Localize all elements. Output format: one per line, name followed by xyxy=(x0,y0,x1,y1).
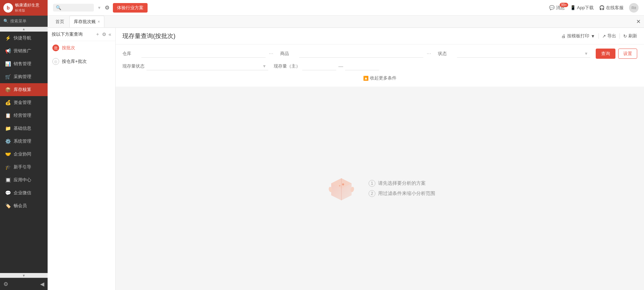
add-scheme-btn[interactable]: ＋ xyxy=(95,31,100,37)
topbar-search-box[interactable]: 🔍 xyxy=(53,4,94,12)
settings-btn[interactable]: 设置 xyxy=(618,49,637,59)
topbar-search-input[interactable] xyxy=(63,5,90,10)
scheme-warehouse-batch-icon: ◎ xyxy=(52,58,59,65)
nav-label: 基础信息 xyxy=(14,125,31,131)
topbar-dropdown-icon[interactable]: ▼ xyxy=(97,5,101,10)
collapse-btn[interactable]: 🔼 收起更多条件 xyxy=(122,74,637,83)
sidebar-item-membership[interactable]: 🏷️ 畅会员 xyxy=(0,199,48,212)
app-center-icon: 🔲 xyxy=(5,177,11,183)
right-panel: 现存量查询(按批次) 🖨 按模板打印 ▼ ↗ 导出 xyxy=(116,28,644,290)
inventory-status-dropdown[interactable]: ▼ xyxy=(147,62,268,70)
user-avatar: Rit xyxy=(629,3,639,13)
sidebar-item-wechat[interactable]: 💬 企业微信 xyxy=(0,186,48,199)
scheme-warehouse-batch-label: 按仓库+批次 xyxy=(62,58,87,65)
export-btn[interactable]: ↗ 导出 xyxy=(602,33,616,39)
empty-text: 1 请先选择要分析的方案 2 用过滤条件来缩小分析范围 xyxy=(369,180,435,197)
inventory-qty-min-input[interactable] xyxy=(302,62,336,70)
scheme-settings-btn[interactable]: ⚙ xyxy=(102,32,106,37)
svg-point-4 xyxy=(342,183,344,185)
product-label: 商品 xyxy=(280,51,297,57)
inventory-status-label: 现存量状态 xyxy=(122,63,145,69)
sidebar-item-system[interactable]: ⚙️ 系统管理 xyxy=(0,135,48,148)
sidebar-item-purchase[interactable]: 🛒 采购管理 xyxy=(0,70,48,83)
nav-label: 系统管理 xyxy=(14,138,31,144)
scheme-item-warehouse-batch[interactable]: ◎ 按仓库+批次 xyxy=(48,55,115,68)
inventory-qty-dash: — xyxy=(338,64,343,69)
inv-status-chevron-icon: ▼ xyxy=(262,64,266,69)
page-actions: 🖨 按模板打印 ▼ ↗ 导出 ↻ 刷新 xyxy=(561,33,637,39)
nav-label: 企业协同 xyxy=(14,151,31,157)
filter-row-1: 仓库 ··· 商品 ··· 状态 xyxy=(122,49,637,59)
refresh-label: 刷新 xyxy=(628,33,637,39)
collapse-label: 收起更多条件 xyxy=(370,75,396,81)
sidebar-item-operations[interactable]: 📋 经营管理 xyxy=(0,109,48,122)
topbar-gear-btn[interactable]: ⚙ xyxy=(105,4,109,11)
user-menu-btn[interactable]: Rit xyxy=(629,3,639,13)
sidebar-item-marketing[interactable]: 📢 营销推广 xyxy=(0,44,48,57)
sidebar-item-basic[interactable]: 📁 基础信息 xyxy=(0,122,48,135)
left-panel-title: 按以下方案查询 xyxy=(52,31,83,37)
tab-home[interactable]: 首页 xyxy=(51,16,69,28)
scroll-up-btn[interactable]: ▲ xyxy=(0,27,48,32)
scheme-item-batch[interactable]: 批 按批次 xyxy=(48,41,115,55)
filter-row-2: 现存量状态 ▼ 现存量（主） — xyxy=(122,62,637,70)
empty-state: 1 请先选择要分析的方案 2 用过滤条件来缩小分析范围 xyxy=(116,87,644,290)
nav-label: 销售管理 xyxy=(14,61,31,67)
scroll-down-btn[interactable]: ▼ xyxy=(0,273,48,278)
divider2 xyxy=(620,33,620,39)
warehouse-more-icon[interactable]: ··· xyxy=(268,51,275,57)
refresh-btn[interactable]: ↻ 刷新 xyxy=(623,33,637,39)
tab-panel-close-btn[interactable]: ✕ xyxy=(636,18,641,25)
sidebar-item-sales[interactable]: 📊 销售管理 xyxy=(0,57,48,70)
warehouse-filter: 仓库 ··· xyxy=(122,50,275,58)
sidebar-search-label: 搜索菜单 xyxy=(10,18,27,24)
status-select[interactable] xyxy=(459,51,583,56)
trial-btn[interactable]: 体验行业方案 xyxy=(113,3,148,13)
enterprise-icon: 🤝 xyxy=(5,151,11,157)
message-icon: 💬 xyxy=(549,5,555,10)
collapse-left-btn[interactable]: « xyxy=(108,32,111,37)
empty-step-2: 2 用过滤条件来缩小分析范围 xyxy=(369,190,435,197)
sidebar-item-new-guide[interactable]: 🎓 新手引导 xyxy=(0,161,48,174)
product-more-icon[interactable]: ··· xyxy=(425,51,433,57)
finance-icon: 💰 xyxy=(5,99,11,106)
online-service-icon: 🎧 xyxy=(599,5,605,10)
quick-nav-icon: ⚡ xyxy=(5,35,11,41)
topbar: 🔍 ▼ ⚙ 体验行业方案 💬 消息 99+ 📱 App下载 🎧 在线客服 xyxy=(48,0,644,16)
page-header: 现存量查询(按批次) 🖨 按模板打印 ▼ ↗ 导出 xyxy=(116,28,644,44)
inventory-qty-label: 现存量（主） xyxy=(274,63,300,69)
settings-footer-btn[interactable]: ⚙ xyxy=(3,281,8,287)
empty-illustration xyxy=(324,171,358,205)
inventory-qty-max-input[interactable] xyxy=(345,62,379,70)
sidebar-item-finance[interactable]: 💰 资金管理 xyxy=(0,96,48,109)
online-service-btn[interactable]: 🎧 在线客服 xyxy=(599,5,624,11)
tab-close-icon[interactable]: × xyxy=(98,20,100,24)
sidebar-item-inventory[interactable]: 📦 库存核算 xyxy=(0,83,48,96)
online-service-label: 在线客服 xyxy=(606,5,624,11)
svg-point-5 xyxy=(339,185,340,186)
topbar-left: 🔍 ▼ ⚙ 体验行业方案 xyxy=(53,3,148,13)
left-panel-header: 按以下方案查询 ＋ ⚙ « xyxy=(48,28,115,41)
inventory-icon: 📦 xyxy=(5,87,11,93)
status-dropdown[interactable]: ▼ xyxy=(457,50,590,58)
product-input[interactable] xyxy=(299,50,423,58)
status-chevron-icon: ▼ xyxy=(584,51,588,56)
warehouse-input[interactable] xyxy=(141,50,266,58)
print-btn[interactable]: 🖨 按模板打印 ▼ xyxy=(561,33,595,39)
sidebar-search[interactable]: 🔍 搜索菜单 xyxy=(0,16,48,27)
step-2-text: 用过滤条件来缩小分析范围 xyxy=(378,191,435,197)
sidebar-item-enterprise[interactable]: 🤝 企业协同 xyxy=(0,148,48,161)
step-num-2: 2 xyxy=(369,190,375,197)
app-download-btn[interactable]: 📱 App下载 xyxy=(570,5,594,11)
sidebar-item-app-center[interactable]: 🔲 应用中心 xyxy=(0,174,48,186)
wechat-icon: 💬 xyxy=(5,190,11,196)
collapse-sidebar-btn[interactable]: ◀ xyxy=(40,281,44,287)
app-download-icon: 📱 xyxy=(570,5,576,10)
tab-inventory-batch[interactable]: 库存批次账 × xyxy=(69,16,104,28)
sidebar-logo: b xyxy=(3,3,13,13)
print-dropdown-icon[interactable]: ▼ xyxy=(591,34,595,39)
query-btn[interactable]: 查询 xyxy=(596,49,615,59)
message-btn[interactable]: 💬 消息 99+ xyxy=(549,5,565,11)
inventory-status-select[interactable] xyxy=(149,64,261,69)
sidebar-item-quick-nav[interactable]: ⚡ 快捷导航 xyxy=(0,32,48,44)
